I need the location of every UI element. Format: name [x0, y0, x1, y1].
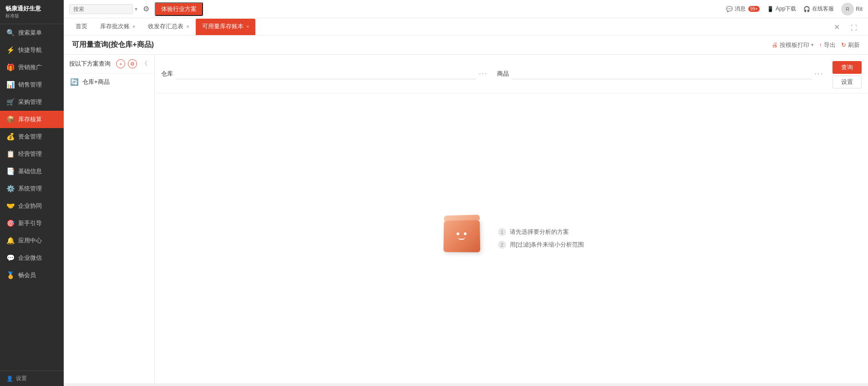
sidebar-item-newbie[interactable]: 🎯新手引导: [0, 215, 64, 232]
operations-icon: 📋: [6, 150, 15, 158]
hint-number-2: 2: [498, 241, 506, 249]
left-panel-header: 按以下方案查询 ＋ ⚙ 《: [64, 55, 154, 73]
page: 可用量查询(按仓库+商品) 🖨 按模板打印 ▾ ↑ 导出 ↻ 刷新: [64, 36, 868, 386]
search-icon: 🔍: [6, 29, 15, 37]
sidebar-item-label-vip: 畅会员: [18, 271, 36, 279]
filter-actions: 查询 设置: [832, 59, 862, 88]
vip-icon: 🏅: [6, 271, 15, 279]
filter-warehouse-field: 仓库 ···: [161, 68, 488, 79]
basics-icon: 📑: [6, 167, 15, 175]
sidebar-item-appstore[interactable]: 🔔应用中心: [0, 232, 64, 249]
tab-batch[interactable]: 库存批次账 ×: [94, 19, 142, 35]
empty-state: 1 请先选择要分析的方案 2 用[过滤]条件来缩小分析范围: [155, 93, 868, 383]
tab-window-close-btn[interactable]: ✕: [828, 19, 845, 35]
sidebar-item-label-operations: 经营管理: [18, 150, 42, 158]
avatar: R: [841, 3, 854, 15]
app-subtitle: 标准版: [5, 13, 58, 19]
topbar-actions: 💬 消息 99+ 📱 App下载 🎧 在线客服 R Rit: [726, 3, 863, 15]
sidebar-item-system[interactable]: ⚙️系统管理: [0, 180, 64, 197]
main-area: ▾ ⚙ 体验行业方案 💬 消息 99+ 📱 App下载 🎧 在线客服 R: [64, 0, 868, 386]
sidebar-item-label-system: 系统管理: [18, 185, 42, 193]
trial-btn[interactable]: 体验行业方案: [155, 2, 203, 16]
export-label: 导出: [824, 41, 836, 49]
tab-summary[interactable]: 收发存汇总表 ×: [142, 19, 195, 35]
app-download-icon: 📱: [767, 6, 774, 12]
add-scheme-btn[interactable]: ＋: [116, 59, 125, 68]
sidebar-logo: 畅康通好生意 标准版: [0, 0, 64, 24]
filter-warehouse-input[interactable]: [176, 68, 476, 79]
left-panel-icons: ＋ ⚙ 《: [116, 59, 149, 68]
left-panel: 按以下方案查询 ＋ ⚙ 《 🔄 仓库+商品: [64, 55, 155, 383]
appstore-icon: 🔔: [6, 237, 15, 245]
customer-service-label: 在线客服: [812, 5, 834, 13]
scheme-settings-btn[interactable]: ⚙: [128, 59, 137, 68]
sidebar-item-inventory[interactable]: 📦库存核算: [0, 111, 64, 128]
sidebar-item-sales[interactable]: 📊销售管理: [0, 76, 64, 93]
sidebar-item-label-appstore: 应用中心: [18, 237, 42, 245]
content-area: 按以下方案查询 ＋ ⚙ 《 🔄 仓库+商品 仓库: [64, 55, 868, 383]
query-btn[interactable]: 查询: [832, 61, 862, 74]
user-avatar-action[interactable]: R Rit: [841, 3, 863, 15]
print-icon: 🖨: [772, 41, 778, 48]
print-action[interactable]: 🖨 按模板打印 ▾: [772, 41, 814, 49]
tab-batch-label: 库存批次账: [100, 22, 130, 31]
message-icon: 💬: [726, 6, 733, 12]
shortcut-icon: ⚡: [6, 46, 15, 54]
sidebar-item-marketing[interactable]: 🎁营销推广: [0, 59, 64, 76]
customer-service-action[interactable]: 🎧 在线客服: [803, 5, 834, 13]
sidebar-item-label-sales: 销售管理: [18, 81, 42, 89]
sidebar-scroll: 🔍搜索菜单⚡快捷导航🎁营销推广📊销售管理🛒采购管理📦库存核算💰资金管理📋经营管理…: [0, 24, 64, 371]
empty-hint-2: 2 用[过滤]条件来缩小分析范围: [498, 241, 584, 249]
search-input[interactable]: [69, 4, 133, 14]
sidebar-item-operations[interactable]: 📋经营管理: [0, 145, 64, 163]
wxenterprise-icon: 💬: [6, 254, 15, 262]
tabbar: 首页 库存批次账 × 收发存汇总表 × 可用量库存账本 × ✕ ⛶: [64, 18, 868, 36]
refresh-label: 刷新: [848, 41, 860, 49]
page-header: 可用量查询(按仓库+商品) 🖨 按模板打印 ▾ ↑ 导出 ↻ 刷新: [64, 36, 868, 55]
sidebar-item-vip[interactable]: 🏅畅会员: [0, 267, 64, 284]
avatar-initial: R: [846, 6, 849, 12]
tab-summary-close[interactable]: ×: [186, 24, 189, 29]
print-label: 按模板打印: [780, 41, 809, 49]
scheme-icon-warehouse: 🔄: [70, 78, 79, 86]
topbar-gear-icon[interactable]: ⚙: [141, 3, 151, 15]
filter-warehouse-more-btn[interactable]: ···: [479, 70, 487, 78]
filter-row: 仓库 ··· 商品 ··· 查询 设置: [155, 55, 868, 93]
tab-available-label: 可用量库存账本: [202, 22, 244, 31]
filter-product-input[interactable]: [512, 68, 812, 79]
sidebar-item-label-wxenterprise: 企业微信: [18, 254, 42, 262]
sales-icon: 📊: [6, 81, 15, 89]
sidebar-item-label-newbie: 新手引导: [18, 219, 42, 227]
tab-summary-label: 收发存汇总表: [148, 22, 183, 31]
sidebar-item-label-enterprise: 企业协同: [18, 202, 42, 210]
sidebar-bottom-settings[interactable]: 👤 设置: [0, 371, 64, 386]
topbar: ▾ ⚙ 体验行业方案 💬 消息 99+ 📱 App下载 🎧 在线客服 R: [64, 0, 868, 18]
tab-expand-btn[interactable]: ⛶: [845, 21, 863, 35]
sidebar-item-search[interactable]: 🔍搜索菜单: [0, 24, 64, 41]
filter-settings-btn[interactable]: 设置: [832, 76, 862, 88]
topbar-search-area: ▾: [69, 4, 137, 14]
sidebar-item-finance[interactable]: 💰资金管理: [0, 128, 64, 145]
right-panel: 仓库 ··· 商品 ··· 查询 设置: [155, 55, 868, 383]
sidebar-item-enterprise[interactable]: 🤝企业协同: [0, 197, 64, 215]
tab-available-close[interactable]: ×: [246, 24, 249, 29]
empty-box-eyes: [457, 232, 467, 235]
message-badge: 99+: [748, 6, 760, 12]
hint-text-2: 用[过滤]条件来缩小分析范围: [510, 241, 584, 249]
scheme-item-warehouse-product[interactable]: 🔄 仓库+商品: [64, 73, 154, 91]
message-action[interactable]: 💬 消息 99+: [726, 5, 760, 13]
refresh-action[interactable]: ↻ 刷新: [841, 41, 860, 49]
sidebar-item-purchase[interactable]: 🛒采购管理: [0, 93, 64, 111]
search-dropdown-icon[interactable]: ▾: [135, 6, 137, 12]
sidebar-item-wxenterprise[interactable]: 💬企业微信: [0, 249, 64, 267]
tab-batch-close[interactable]: ×: [132, 24, 135, 29]
sidebar-item-shortcut[interactable]: ⚡快捷导航: [0, 41, 64, 59]
enterprise-icon: 🤝: [6, 202, 15, 210]
sidebar-item-basics[interactable]: 📑基础信息: [0, 163, 64, 180]
tab-available[interactable]: 可用量库存账本 ×: [196, 19, 255, 35]
left-panel-collapse-btn[interactable]: 《: [140, 59, 149, 68]
app-download-action[interactable]: 📱 App下载: [767, 5, 796, 13]
filter-product-more-btn[interactable]: ···: [815, 70, 823, 78]
tab-home[interactable]: 首页: [69, 19, 94, 35]
export-action[interactable]: ↑ 导出: [819, 41, 836, 49]
